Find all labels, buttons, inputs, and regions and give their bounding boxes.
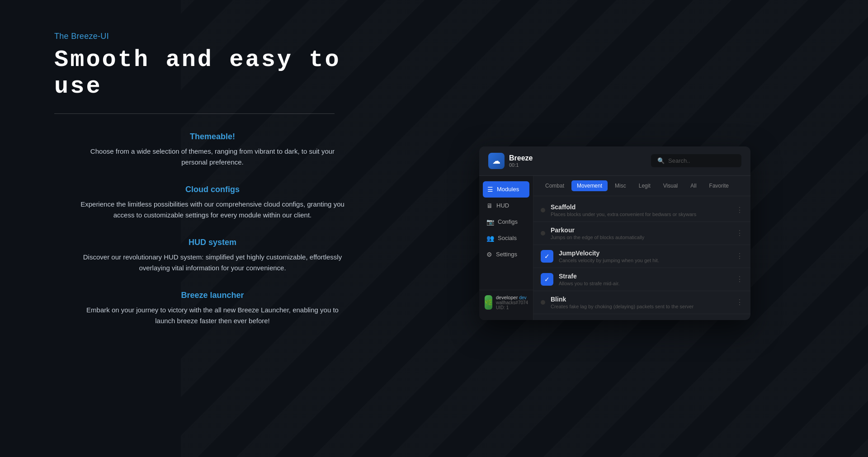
socials-icon: 👥 bbox=[486, 235, 494, 242]
preview-body: ☰ Modules 🖥 HUD 📷 Configs 👥 Socials bbox=[479, 176, 750, 320]
avatar-info: developer dev wallhacks#7074 UID: 1 bbox=[496, 295, 528, 310]
module-list: Scaffold Places blocks under you, extra … bbox=[533, 196, 750, 320]
sidebar-hud-label: HUD bbox=[496, 202, 509, 209]
tab-combat[interactable]: Combat bbox=[540, 180, 570, 191]
search-bar[interactable]: 🔍 Search.. bbox=[651, 154, 741, 167]
module-strafe-info: Strafe Allows you to strafe mid-air. bbox=[559, 273, 731, 286]
module-strafe-desc: Allows you to strafe mid-air. bbox=[559, 281, 731, 286]
preview-header: ☁ Breeze 00:1 🔍 Search.. bbox=[479, 146, 750, 176]
avatar-bar: 🌿 developer dev wallhacks#7074 UID: 1 bbox=[479, 290, 533, 315]
preview-sidebar: ☰ Modules 🖥 HUD 📷 Configs 👥 Socials bbox=[479, 176, 533, 320]
settings-icon: ⚙ bbox=[486, 251, 492, 258]
module-blink-more[interactable]: ⋮ bbox=[736, 298, 743, 306]
module-scaffold-desc: Places blocks under you, extra convenien… bbox=[551, 212, 731, 217]
avatar-name: developer dev bbox=[496, 295, 528, 300]
module-parkour-more[interactable]: ⋮ bbox=[736, 229, 743, 237]
sidebar-settings-label: Settings bbox=[496, 251, 517, 258]
module-jumpvelocity[interactable]: ✓ JumpVelocity Cancels velocity by jumpi… bbox=[533, 245, 750, 268]
sidebar-item-hud[interactable]: 🖥 HUD bbox=[479, 198, 533, 214]
feature-cloud-configs-desc: Experience the limitless possibilities w… bbox=[79, 199, 346, 221]
module-strafe[interactable]: ✓ Strafe Allows you to strafe mid-air. ⋮ bbox=[533, 268, 750, 291]
avatar-sub: wallhacks#7074 bbox=[496, 300, 528, 305]
module-parkour-desc: Jumps on the edge of blocks automaticall… bbox=[551, 235, 731, 240]
module-jumpvelocity-more[interactable]: ⋮ bbox=[736, 252, 743, 260]
breeze-app-name: Breeze bbox=[509, 154, 533, 162]
module-strafe-more[interactable]: ⋮ bbox=[736, 275, 743, 283]
module-scaffold-more[interactable]: ⋮ bbox=[736, 206, 743, 214]
module-blink-name: Blink bbox=[551, 296, 731, 303]
module-scaffold-name: Scaffold bbox=[551, 203, 731, 211]
module-parkour[interactable]: Parkour Jumps on the edge of blocks auto… bbox=[533, 222, 750, 245]
tab-misc[interactable]: Misc bbox=[609, 180, 632, 191]
search-placeholder-text: Search.. bbox=[668, 157, 690, 164]
feature-themeable-desc: Choose from a wide selection of themes, … bbox=[79, 146, 346, 168]
module-blink-dot bbox=[541, 300, 545, 305]
preview-content: Combat Movement Misc Legit Visual All Fa… bbox=[533, 176, 750, 320]
sidebar-item-configs[interactable]: 📷 Configs bbox=[479, 214, 533, 230]
breeze-logo: ☁ bbox=[488, 153, 505, 169]
feature-themeable-title: Themeable! bbox=[190, 132, 235, 141]
sidebar-socials-label: Socials bbox=[498, 235, 517, 241]
module-scaffold-dot bbox=[541, 208, 545, 212]
module-jumpvelocity-checkbox[interactable]: ✓ bbox=[541, 250, 553, 263]
module-strafe-checkbox[interactable]: ✓ bbox=[541, 273, 553, 286]
right-panel: ☁ Breeze 00:1 🔍 Search.. ☰ Mod bbox=[398, 27, 832, 430]
search-icon: 🔍 bbox=[657, 157, 665, 164]
feature-themeable: Themeable! Choose from a wide selection … bbox=[54, 132, 371, 168]
avatar: 🌿 bbox=[485, 295, 492, 310]
section-divider bbox=[54, 113, 335, 114]
avatar-uid: UID: 1 bbox=[496, 305, 528, 310]
feature-hud-title: HUD system bbox=[189, 238, 236, 247]
feature-cloud-configs: Cloud configs Experience the limitless p… bbox=[54, 185, 371, 221]
module-jumpvelocity-desc: Cancels velocity by jumping when you get… bbox=[559, 258, 731, 263]
sidebar-item-modules[interactable]: ☰ Modules bbox=[483, 181, 529, 198]
modules-icon: ☰ bbox=[487, 186, 493, 193]
module-strafe-name: Strafe bbox=[559, 273, 731, 280]
feature-hud-system: HUD system Discover our revolutionary HU… bbox=[54, 238, 371, 273]
left-panel: The Breeze-UI Smooth and easy to use The… bbox=[54, 27, 371, 430]
page-container: The Breeze-UI Smooth and easy to use The… bbox=[0, 0, 868, 457]
module-jumpvelocity-info: JumpVelocity Cancels velocity by jumping… bbox=[559, 250, 731, 263]
module-blink[interactable]: Blink Creates fake lag by choking (delay… bbox=[533, 291, 750, 314]
tab-movement[interactable]: Movement bbox=[571, 180, 608, 191]
feature-launcher-desc: Embark on your journey to victory with t… bbox=[79, 305, 346, 326]
feature-cloud-configs-title: Cloud configs bbox=[185, 185, 240, 194]
breeze-title-block: Breeze 00:1 bbox=[509, 154, 533, 168]
sidebar-item-socials[interactable]: 👥 Socials bbox=[479, 230, 533, 246]
tab-favorite[interactable]: Favorite bbox=[704, 180, 734, 191]
main-heading: Smooth and easy to use bbox=[54, 47, 371, 100]
module-jumpvelocity-name: JumpVelocity bbox=[559, 250, 731, 257]
module-parkour-name: Parkour bbox=[551, 226, 731, 234]
module-blink-desc: Creates fake lag by choking (delaying) p… bbox=[551, 304, 731, 309]
avatar-tag: dev bbox=[519, 295, 526, 300]
sidebar-modules-label: Modules bbox=[497, 186, 519, 193]
configs-icon: 📷 bbox=[486, 218, 494, 226]
feature-breeze-launcher: Breeze launcher Embark on your journey t… bbox=[54, 291, 371, 326]
preview-branding: ☁ Breeze 00:1 bbox=[488, 153, 533, 169]
tab-all[interactable]: All bbox=[685, 180, 702, 191]
module-parkour-dot bbox=[541, 231, 545, 236]
tab-bar: Combat Movement Misc Legit Visual All Fa… bbox=[533, 176, 750, 196]
breeze-version: 00:1 bbox=[509, 162, 533, 168]
tab-visual[interactable]: Visual bbox=[658, 180, 683, 191]
module-scaffold[interactable]: Scaffold Places blocks under you, extra … bbox=[533, 199, 750, 222]
features-list: Themeable! Choose from a wide selection … bbox=[54, 132, 371, 326]
sidebar-configs-label: Configs bbox=[498, 218, 518, 225]
sidebar-item-settings[interactable]: ⚙ Settings bbox=[479, 246, 533, 263]
tab-legit[interactable]: Legit bbox=[633, 180, 656, 191]
feature-launcher-title: Breeze launcher bbox=[181, 291, 244, 300]
module-parkour-info: Parkour Jumps on the edge of blocks auto… bbox=[551, 226, 731, 240]
module-blink-info: Blink Creates fake lag by choking (delay… bbox=[551, 296, 731, 309]
hud-icon: 🖥 bbox=[486, 202, 493, 209]
module-scaffold-info: Scaffold Places blocks under you, extra … bbox=[551, 203, 731, 217]
ui-preview-window: ☁ Breeze 00:1 🔍 Search.. ☰ Mod bbox=[479, 146, 750, 320]
subtitle-label: The Breeze-UI bbox=[54, 32, 371, 41]
feature-hud-desc: Discover our revolutionary HUD system: s… bbox=[79, 252, 346, 273]
